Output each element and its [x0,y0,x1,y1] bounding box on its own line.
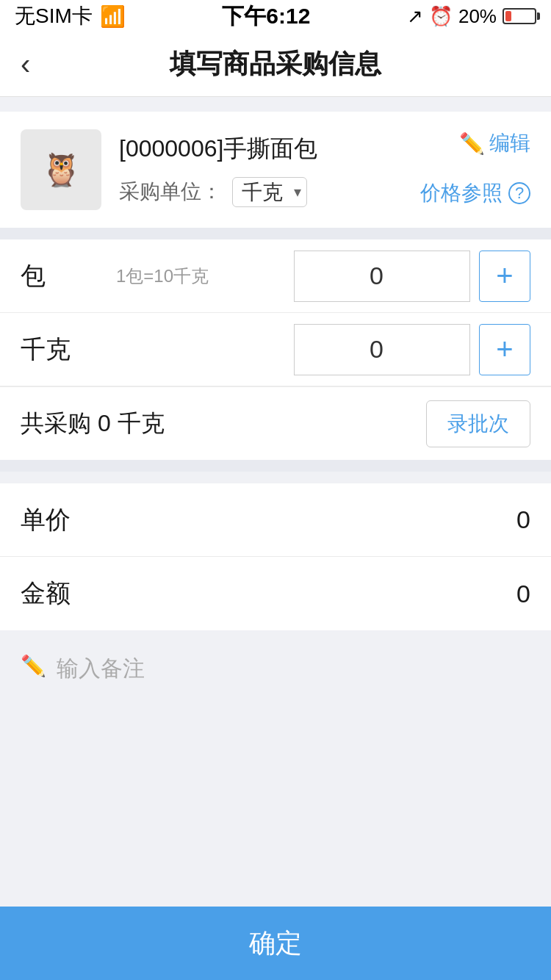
product-thumbnail: 🦉 [21,129,101,210]
alarm-icon: ⏰ [429,5,453,28]
amount-value: 0 [516,580,530,608]
pencil-icon: ✏️ [21,654,46,678]
nav-bar: ‹ 填写商品采购信息 [0,32,551,97]
price-ref-label: 价格参照 [420,179,503,207]
status-bar: 无SIM卡 📶 下午6:12 ↗ ⏰ 20% [0,0,551,32]
product-card: 🦉 [0000006]手撕面包 采购单位： 千克 包 ▾ ✏️ 编辑 价格参照 … [0,112,551,228]
package-input[interactable] [294,251,470,302]
kilogram-label: 千克 [21,333,109,367]
price-label: 单价 [21,503,71,537]
note-placeholder: 输入备注 [57,654,145,684]
unit-select-wrapper[interactable]: 千克 包 ▾ [232,177,307,207]
price-value: 0 [516,505,530,534]
package-sublabel: 1包=10千克 [116,264,209,288]
input-section: 包 1包=10千克 + 千克 + [0,239,551,386]
kilogram-controls: + [294,324,530,375]
location-icon: ↗ [407,5,423,28]
edit-button[interactable]: ✏️ 编辑 [459,129,530,157]
price-amount-section: 单价 0 金额 0 [0,483,551,630]
price-reference-button[interactable]: 价格参照 ? [420,179,530,207]
battery-fill [505,11,511,21]
note-section[interactable]: ✏️ 输入备注 [0,633,551,705]
separator-1 [0,228,551,239]
help-icon[interactable]: ? [508,182,530,204]
wifi-icon: 📶 [100,4,126,29]
package-controls: + [294,251,530,302]
package-plus-button[interactable]: + [479,251,530,302]
confirm-button[interactable]: 确定 [0,907,551,980]
kilogram-input[interactable] [294,324,470,375]
back-button[interactable]: ‹ [21,48,30,81]
page-title: 填写商品采购信息 [170,46,381,82]
battery-percent: 20% [458,5,497,28]
battery-icon [503,8,536,24]
price-row: 单价 0 [0,483,551,557]
kilogram-row: 千克 + [0,313,551,386]
package-row: 包 1包=10千克 + [0,239,551,313]
unit-label: 采购单位： [119,178,222,206]
summary-text: 共采购 0 千克 [21,408,165,440]
product-owl-icon: 🦉 [41,151,82,189]
amount-label: 金额 [21,577,71,610]
bottom-area [0,705,551,940]
carrier-text: 无SIM卡 [15,2,93,30]
edit-icon: ✏️ [459,131,485,156]
status-right: ↗ ⏰ 20% [407,5,536,28]
package-label: 包 [21,259,109,293]
separator-2 [0,460,551,472]
time-display: 下午6:12 [222,1,310,32]
batch-button[interactable]: 录批次 [426,400,530,447]
status-left: 无SIM卡 📶 [15,2,126,30]
kilogram-plus-button[interactable]: + [479,324,530,375]
summary-row: 共采购 0 千克 录批次 [0,386,551,460]
unit-select[interactable]: 千克 包 [232,177,307,207]
amount-row: 金额 0 [0,557,551,630]
